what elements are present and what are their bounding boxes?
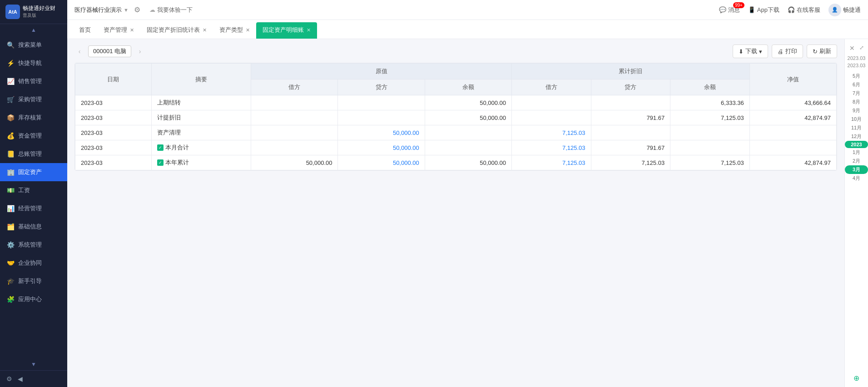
sidebar-item-label-basic: 基础信息 xyxy=(18,223,42,231)
guide-icon: 🎓 xyxy=(6,277,15,285)
content-area: ‹ 000001 电脑 › ⬇ 下载 ▾ 🖨 打印 ↻ xyxy=(67,39,868,387)
sidebar-item-sales[interactable]: 📈 销售管理 xyxy=(0,72,67,90)
user-avatar-btn[interactable]: 👤 畅捷通 xyxy=(828,4,861,16)
purchase-icon: 🛒 xyxy=(6,95,15,104)
month-item[interactable]: 11月 xyxy=(845,124,868,132)
td-date: 2023-03 xyxy=(75,155,152,170)
tab-asset-type[interactable]: 资产类型 ✕ xyxy=(213,22,256,39)
basic-icon: 🗂️ xyxy=(6,223,15,231)
panel-date-header1: 2023.03 xyxy=(848,55,866,62)
right-panel-controls: ✕ ⤢ xyxy=(845,42,868,55)
month-item[interactable]: 12月 xyxy=(845,132,868,141)
month-item[interactable]: 2月 xyxy=(845,157,868,165)
sidebar-scroll-down[interactable]: ▼ xyxy=(0,358,67,370)
topbar: 医疗器械行业演示 ▼ ⚙ ☁ 我要体验一下 💬 消息 99+ 📱 App下载 🎧… xyxy=(67,0,868,20)
logo-icon: AtA xyxy=(5,5,20,19)
company-name: 医疗器械行业演示 xyxy=(74,6,122,14)
td-date: 2023-03 xyxy=(75,125,152,140)
sidebar-item-fund[interactable]: 💰 资金管理 xyxy=(0,127,67,145)
right-panel-scroll: 5月6月7月8月9月10月11月12月20231月2月3月4月 xyxy=(845,72,868,372)
asset-nav-actions: ⬇ 下载 ▾ 🖨 打印 ↻ 刷新 xyxy=(733,45,837,58)
scroll-down-arrow[interactable]: ▼ xyxy=(30,360,37,368)
sidebar-item-operation[interactable]: 📊 经营管理 xyxy=(0,199,67,218)
settings-icon[interactable]: ⚙ xyxy=(134,5,140,14)
sidebar-item-inventory[interactable]: 📦 库存核算 xyxy=(0,109,67,127)
td-dep-balance xyxy=(670,125,750,140)
panel-nav-down[interactable]: ⊕ xyxy=(853,374,859,382)
download-btn[interactable]: ⬇ 下载 ▾ xyxy=(733,45,768,58)
tab-close-asset-mgmt[interactable]: ✕ xyxy=(130,27,134,33)
month-item-active[interactable]: 3月 xyxy=(845,165,868,174)
sidebar-item-label-inventory: 库存核算 xyxy=(18,114,42,122)
th-original-value: 原值 xyxy=(251,64,512,79)
month-item[interactable]: 5月 xyxy=(845,72,868,80)
month-item[interactable]: 6月 xyxy=(845,80,868,89)
td-orig-debit xyxy=(251,140,338,155)
sidebar-item-label-quicknav: 快捷导航 xyxy=(18,59,42,67)
company-selector[interactable]: 医疗器械行业演示 ▼ xyxy=(74,6,129,14)
tab-asset-mgmt[interactable]: 资产管理 ✕ xyxy=(97,22,140,39)
month-item[interactable]: 7月 xyxy=(845,89,868,98)
sidebar-item-purchase[interactable]: 🛒 采购管理 xyxy=(0,90,67,109)
panel-expand-btn[interactable]: ⤢ xyxy=(858,44,865,53)
month-item[interactable]: 1月 xyxy=(845,148,868,157)
sidebar-item-apps[interactable]: 🧩 应用中心 xyxy=(0,290,67,308)
sidebar-item-label-apps: 应用中心 xyxy=(18,295,42,303)
sidebar-scroll-up[interactable]: ▲ xyxy=(0,24,67,36)
app-download-btn[interactable]: 📱 App下载 xyxy=(748,6,779,14)
sidebar-item-collab[interactable]: 🤝 企业协同 xyxy=(0,254,67,272)
table-row: 2023-03 ✓本年累计 50,000.00 50,000.00 50,000… xyxy=(75,155,837,170)
sidebar-item-fixed[interactable]: 🏢 固定资产 xyxy=(0,163,67,181)
tab-home[interactable]: 首页 xyxy=(73,22,97,39)
system-icon: ⚙️ xyxy=(6,241,15,249)
sidebar-scroll: 🔍 搜索菜单 ⚡ 快捷导航 📈 销售管理 🛒 采购管理 📦 库存核算 💰 资金管… xyxy=(0,36,67,358)
tab-depreciation-stat[interactable]: 固定资产折旧统计表 ✕ xyxy=(140,22,213,39)
td-orig-debit xyxy=(251,125,338,140)
th-dep-credit: 贷方 xyxy=(591,79,670,95)
sidebar-item-basic[interactable]: 🗂️ 基础信息 xyxy=(0,218,67,236)
refresh-icon: ↻ xyxy=(813,48,818,55)
td-orig-credit xyxy=(338,95,425,110)
td-dep-credit: 791.67 xyxy=(591,110,670,125)
sidebar-item-wage[interactable]: 💵 工资 xyxy=(0,181,67,199)
sidebar-item-quicknav[interactable]: ⚡ 快捷导航 xyxy=(0,54,67,72)
asset-nav: ‹ 000001 电脑 › ⬇ 下载 ▾ 🖨 打印 ↻ xyxy=(74,45,837,58)
month-item[interactable]: 8月 xyxy=(845,98,868,106)
tab-close-depreciation-stat[interactable]: ✕ xyxy=(203,27,207,33)
notification-icon: 💬 xyxy=(719,6,726,13)
tab-asset-detail[interactable]: 固定资产明细账 ✕ xyxy=(256,22,317,39)
collapse-button[interactable]: ◀ xyxy=(18,375,23,382)
tab-close-asset-type[interactable]: ✕ xyxy=(246,27,250,33)
scroll-up-arrow[interactable]: ▲ xyxy=(30,26,37,34)
th-dep-balance: 余额 xyxy=(670,79,750,95)
prev-asset-btn[interactable]: ‹ xyxy=(74,46,84,56)
td-orig-balance xyxy=(425,140,511,155)
td-dep-credit xyxy=(591,125,670,140)
tab-close-asset-detail[interactable]: ✕ xyxy=(307,27,311,33)
sidebar-item-system[interactable]: ⚙️ 系统管理 xyxy=(0,236,67,254)
experience-btn[interactable]: ☁ 我要体验一下 xyxy=(149,6,193,14)
sidebar-item-guide[interactable]: 🎓 新手引导 xyxy=(0,272,67,290)
settings-button[interactable]: ⚙ xyxy=(6,375,12,382)
month-item[interactable]: 10月 xyxy=(845,115,868,124)
customer-service-btn[interactable]: 🎧 在线客服 xyxy=(788,6,820,14)
sidebar-item-label-sales: 销售管理 xyxy=(18,77,42,85)
td-net-value: 42,874.97 xyxy=(749,155,836,170)
sidebar: AtA 畅捷通好业财 普及版 ▲ 🔍 搜索菜单 ⚡ 快捷导航 📈 销售管理 🛒 … xyxy=(0,0,67,387)
apps-icon: 🧩 xyxy=(6,295,15,303)
next-asset-btn[interactable]: › xyxy=(135,46,145,56)
print-btn[interactable]: 🖨 打印 xyxy=(772,45,803,58)
refresh-btn[interactable]: ↻ 刷新 xyxy=(807,45,837,58)
month-item[interactable]: 9月 xyxy=(845,106,868,115)
td-dep-debit xyxy=(512,95,591,110)
th-dep-debit: 借方 xyxy=(512,79,591,95)
sidebar-item-label-fund: 资金管理 xyxy=(18,132,42,140)
sidebar-item-general[interactable]: 📒 总账管理 xyxy=(0,145,67,163)
td-dep-debit xyxy=(512,110,591,125)
sidebar-item-search[interactable]: 🔍 搜索菜单 xyxy=(0,36,67,54)
notification-btn[interactable]: 💬 消息 99+ xyxy=(719,6,740,14)
panel-close-btn[interactable]: ✕ xyxy=(848,44,856,53)
table-row: 2023-03 ✓本月合计 50,000.00 7,125.03 791.67 xyxy=(75,140,837,155)
inventory-icon: 📦 xyxy=(6,114,15,122)
month-item[interactable]: 4月 xyxy=(845,174,868,183)
